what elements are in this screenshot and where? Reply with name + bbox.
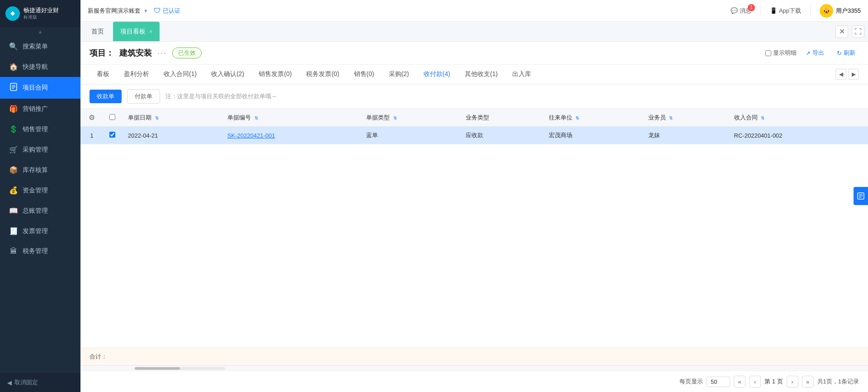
last-page-button[interactable]: » (802, 376, 814, 387)
salesperson-column-header[interactable]: 业务员 ⇅ (642, 109, 728, 127)
first-page-button[interactable]: « (734, 376, 745, 387)
project-name: 建筑安装 (119, 48, 152, 58)
close-window-button[interactable]: ✕ (835, 25, 848, 38)
account-arrow-icon: ▼ (143, 8, 148, 14)
tab-home[interactable]: 首页 (84, 22, 111, 41)
account-selector[interactable]: 新服务官网演示账套 ▼ (88, 7, 148, 15)
data-table-container: ⚙ 单据日期 ⇅ 单据编号 ⇅ (80, 109, 868, 348)
row-select-checkbox[interactable] (109, 132, 115, 138)
app-download-button[interactable]: 📱 App下载 (770, 7, 801, 15)
content-header-actions: 显示明细 ↗ 导出 ↻ 刷新 (765, 47, 859, 59)
payment-filter-button[interactable]: 付款单 (127, 89, 160, 104)
current-page-number: 1 (772, 378, 775, 385)
sidebar-item-search[interactable]: 🔍 搜索菜单 (0, 36, 80, 57)
subtab-profit[interactable]: 盈利分析 (117, 65, 156, 85)
receipt-filter-button[interactable]: 收款单 (90, 90, 122, 103)
first-page-icon: « (738, 378, 741, 385)
sidebar-item-purchase[interactable]: 🛒 采购管理 (0, 139, 80, 160)
sidebar-item-invoice[interactable]: 🧾 发票管理 (0, 221, 80, 241)
content-header: 项目： 建筑安装 ··· 已生效 显示明细 ↗ 导出 ↻ 刷新 (80, 42, 868, 65)
sidebar-item-contract[interactable]: 项目合同 (0, 77, 80, 99)
app-title-group: 畅捷通好业财 标准版 (24, 7, 59, 21)
tab-project-board-close[interactable]: × (149, 29, 152, 35)
row-number-link[interactable]: SK-20220421-001 (227, 132, 275, 139)
partner-sort-icon: ⇅ (576, 115, 579, 120)
row-biz-type: 应收款 (459, 127, 542, 144)
more-button[interactable]: ··· (157, 48, 167, 58)
topbar-divider-1 (760, 5, 761, 16)
settings-gear-icon[interactable]: ⚙ (89, 114, 95, 121)
project-prefix: 项目： (90, 48, 114, 58)
subtab-purchase[interactable]: 采购(2) (382, 65, 416, 85)
partner-column-header[interactable]: 往来单位 ⇅ (542, 109, 642, 127)
page-size-select[interactable]: 50 100 200 (707, 377, 730, 387)
subtab-income-confirm[interactable]: 收入确认(2) (204, 65, 251, 85)
row-salesperson: 龙妹 (642, 127, 728, 144)
show-detail-checkbox[interactable]: 显示明细 (765, 49, 797, 57)
sidebar-item-shortcut-label: 快捷导航 (23, 63, 48, 71)
date-column-header[interactable]: 单据日期 ⇅ (122, 109, 221, 127)
type-sort-icon: ⇅ (393, 115, 397, 120)
sidebar-item-sales[interactable]: 💲 销售管理 (0, 119, 80, 139)
avatar: 🐱 (820, 4, 833, 18)
settings-column-header[interactable]: ⚙ (80, 109, 103, 127)
page-size-label: 每页显示 (679, 378, 703, 386)
subtab-sales[interactable]: 销售(0) (347, 65, 382, 85)
sidebar-item-ledger[interactable]: 📖 总账管理 (0, 201, 80, 221)
export-button[interactable]: ↗ 导出 (802, 47, 828, 59)
number-column-header[interactable]: 单据编号 ⇅ (221, 109, 360, 127)
subtab-prev-button[interactable]: ◀ (835, 69, 846, 80)
topbar-actions: 💬 消息 1 📱 App下载 🐱 用户3355 (731, 4, 861, 18)
refresh-button[interactable]: ↻ 刷新 (833, 47, 859, 59)
sidebar: 畅捷通好业财 标准版 ▲ 🔍 搜索菜单 🏠 快捷导航 项目合同 (0, 0, 80, 392)
subtab-kanban[interactable]: 看板 (90, 65, 117, 85)
subtab-receipt[interactable]: 收付款(4) (416, 65, 458, 85)
type-column-label: 单据类型 (366, 114, 390, 121)
topbar: 新服务官网演示账套 ▼ 🛡 已认证 💬 消息 1 📱 App下载 🐱 用户335… (80, 0, 868, 22)
table-row[interactable]: 1 2022-04-21 SK-20220421-001 蓝单 应收款 宏茂商场… (80, 127, 868, 144)
scrollbar-thumb[interactable] (135, 367, 180, 370)
sidebar-item-inventory-label: 库存核算 (23, 166, 48, 174)
right-action-button[interactable] (854, 187, 868, 205)
user-menu[interactable]: 🐱 用户3355 (820, 4, 861, 18)
sidebar-item-tax[interactable]: 🏛 税务管理 (0, 241, 80, 261)
subtab-nav: ◀ ▶ (835, 69, 859, 80)
sidebar-item-inventory[interactable]: 📦 库存核算 (0, 160, 80, 180)
subtab-in-out[interactable]: 出入库 (505, 65, 538, 85)
fullscreen-button[interactable]: ⛶ (852, 25, 864, 38)
income-contract-column-header[interactable]: 收入合同 ⇅ (728, 109, 868, 127)
subtab-sales-invoice[interactable]: 销售发票(0) (251, 65, 299, 85)
row-income-contract: RC-20220401-002 (728, 127, 868, 144)
scrollbar-track (135, 367, 225, 370)
next-page-button[interactable]: › (787, 376, 798, 387)
checkbox-column-header[interactable] (103, 109, 122, 127)
partner-column-label: 往来单位 (549, 114, 572, 121)
sidebar-item-finance[interactable]: 💰 资金管理 (0, 180, 80, 201)
horizontal-scrollbar[interactable] (80, 365, 868, 371)
cancel-pin-button[interactable]: ◀ 取消固定 (0, 373, 80, 392)
subtab-tax-invoice[interactable]: 税务发票(0) (299, 65, 346, 85)
row-number[interactable]: SK-20220421-001 (221, 127, 360, 144)
subtab-next-button[interactable]: ▶ (848, 69, 859, 80)
type-column-header[interactable]: 单据类型 ⇅ (360, 109, 459, 127)
app-title: 畅捷通好业财 (24, 7, 59, 14)
sidebar-item-shortcut[interactable]: 🏠 快捷导航 (0, 57, 80, 77)
sidebar-item-marketing[interactable]: 🎁 营销推广 (0, 99, 80, 119)
show-detail-input[interactable] (765, 50, 771, 56)
cart-icon: 🛒 (9, 145, 18, 154)
prev-page-icon: ‹ (754, 378, 756, 385)
certified-text: 已认证 (163, 7, 180, 15)
row-checkbox[interactable] (103, 127, 122, 144)
tab-home-label: 首页 (91, 28, 104, 36)
scroll-up-arrow[interactable]: ▲ (0, 27, 80, 36)
select-all-checkbox[interactable] (109, 114, 115, 120)
tab-project-board-label: 项目看板 (120, 28, 146, 36)
next-page-icon: › (791, 378, 793, 385)
prev-page-button[interactable]: ‹ (749, 376, 761, 387)
tab-project-board[interactable]: 项目看板 × (113, 22, 160, 41)
subtab-other-expense[interactable]: 其他收支(1) (458, 65, 505, 85)
refresh-icon: ↻ (837, 50, 842, 57)
message-button[interactable]: 💬 消息 1 (731, 7, 751, 15)
pin-icon: ◀ (7, 379, 12, 386)
subtab-income-contract[interactable]: 收入合同(1) (156, 65, 204, 85)
